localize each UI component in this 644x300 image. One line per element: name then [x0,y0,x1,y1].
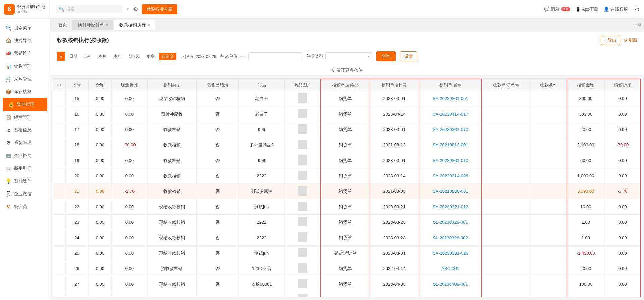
product-thumbnail [298,186,307,196]
th-doc-no: 核销单据号 [419,79,482,91]
doc-no-link[interactable]: SL-20230408-001 [433,282,468,287]
sidebar-item-search[interactable]: 🔍 搜索菜单 [0,22,50,34]
filter-from-unit: 往来单位 ··· [220,52,302,60]
maximize-icon[interactable]: ⧉ [638,22,641,28]
row-cash-discount: 0.00 [112,246,148,261]
row-doc-no[interactable]: SA-20230321-012 [419,199,482,215]
doc-no-link[interactable]: ABC-001 [441,266,459,271]
sidebar-item-finance[interactable]: 💰 资金管理 [3,98,47,111]
doc-no-link[interactable]: SA-20230331-026 [433,251,468,256]
tab-close-icon[interactable]: × [106,23,108,27]
sidebar-item-corp[interactable]: 🏢 企业协同 [0,149,50,162]
doc-no-link[interactable]: SA-20210813-001 [433,142,468,147]
filter-from-unit-input[interactable] [248,52,302,60]
refresh-button[interactable]: ↺ 刷新 [624,37,637,43]
doc-no-link[interactable]: SA-20230321-012 [433,204,468,209]
doc-no-link[interactable]: SL-20230418-001 [433,297,468,297]
row-doc-no[interactable]: SL-20230418-001 [419,292,482,298]
doc-no-link[interactable]: SA-20230314-008 [433,173,468,178]
row-doc-date: 2023-03-01 [370,91,419,106]
doc-no-link[interactable]: SA-20230301-010 [433,127,468,132]
row-condition [531,184,567,199]
row-doc-no[interactable]: SA-20230301-001 [419,91,482,106]
sidebar-item-operation[interactable]: 📋 经营管理 [0,111,50,124]
doc-no-link[interactable]: SL-20230328-002 [433,235,468,240]
export-button[interactable]: ↑ 导出 [601,36,621,45]
row-doc-no[interactable]: SL-20230408-001 [419,276,482,292]
expand-more-button[interactable]: ∨ 展开更多条件 [332,67,363,73]
doc-no-link[interactable]: SL-20230328-001 [433,220,468,225]
row-checkbox-cell [53,199,65,215]
industry-solution-button[interactable]: 休验行业方案 [142,4,177,14]
sidebar-item-inventory[interactable]: 📦 库存核算 [0,85,50,98]
sidebar-item-system[interactable]: ⚙ 系统管理 [0,136,50,149]
row-doc-no[interactable]: ABC-001 [419,261,482,276]
filter-date-more[interactable]: 更多 [144,53,158,60]
topbar-search-box[interactable]: 🔍 搜索 [56,5,123,13]
filter-date-this-year[interactable]: 本年 [111,53,125,60]
filter-date-last-month[interactable]: 上月 [80,53,94,60]
query-button[interactable]: 查询 [376,51,396,61]
row-goods: 999 [238,122,284,137]
row-checkbox-cell [53,184,65,199]
row-condition [531,276,567,292]
tab-close-icon[interactable]: × [148,23,150,27]
row-balance: 0.00 [89,276,112,292]
row-doc-no[interactable]: SA-20210813-001 [419,137,482,153]
row-doc-no[interactable]: SA-20230331-026 [419,246,482,261]
filter-date-this-month[interactable]: 本月 [95,53,109,60]
filter-receipt-type-select[interactable] [325,52,372,60]
sidebar-item-sales[interactable]: 📊 销售管理 [0,60,50,73]
row-balance: 0.00 [89,246,112,261]
doc-no-link[interactable]: SA-20210808-001 [433,189,468,194]
tab-home[interactable]: 首页 [53,20,72,30]
user-avatar[interactable]: Rit [633,7,639,12]
message-icon-btn[interactable]: 💬 消息 99+ [544,6,570,12]
sidebar-item-basic[interactable]: 🗂 基础信息 [0,124,50,136]
online-service-btn[interactable]: 👤 在线客服 [604,6,628,12]
filter-receipt-type: 单据类型 ▾ [306,52,372,60]
row-doc-no[interactable]: SA-20230414-017 [419,106,482,122]
app-logo: 6 畅捷通谱好生意 标准版 [0,0,50,19]
row-doc-no[interactable]: SA-20230301-010 [419,122,482,137]
doc-no-link[interactable]: SA-20230301-001 [433,96,468,101]
sidebar-item-guide[interactable]: 📖 新手引导 [0,162,50,175]
row-write-off-type: 现结收款核销 [148,91,196,106]
row-condition [531,153,567,168]
tab-advance-payment[interactable]: 预付冲应付单 × [72,20,113,30]
close-window-icon[interactable]: × [633,22,636,27]
sidebar-item-member[interactable]: V 畅会员 [0,200,50,213]
row-doc-no[interactable]: SL-20230328-002 [419,230,482,246]
row-doc-no[interactable]: SL-20230328-001 [419,215,482,230]
sidebar-item-marketing[interactable]: 📣 营销推广 [0,47,50,60]
row-doc-type: 销货单 [321,91,370,106]
topbar-dropdown[interactable]: ▾ [127,7,129,12]
filter-date-7days[interactable]: 近7天 [126,53,143,60]
doc-no-link[interactable]: SA-20230301-010 [433,158,468,163]
settings-button[interactable]: 设置 [400,51,417,61]
row-checkbox-cell [53,261,65,276]
settings-gear-icon[interactable]: ⚙ [133,6,138,12]
app-download-btn[interactable]: 📱 App下载 [575,6,598,12]
th-order-no: 收款单订单号 [482,79,531,91]
row-order-no [482,292,531,298]
filter-expand-button[interactable]: » [57,52,65,61]
row-included: 否 [196,91,238,106]
th-doc-type: 核销单据类型 [321,79,370,91]
sidebar-item-quick[interactable]: 🏠 快捷导航 [0,34,50,47]
row-doc-no[interactable]: SA-20230301-010 [419,153,482,168]
row-doc-type: 销货单 [321,292,370,298]
doc-no-link[interactable]: SA-20230414-017 [433,112,468,117]
tab-collection-write-off[interactable]: 收款核销执行 × [114,20,155,30]
sidebar-item-wechat[interactable]: 💬 企业微信 [0,187,50,200]
row-doc-no[interactable]: SA-20230314-008 [419,168,482,184]
row-discount: 0.00 [604,292,641,298]
col-settings-icon[interactable]: ⚙ [57,82,61,88]
filter-date-custom[interactable]: 自定义 [159,53,176,60]
row-doc-no[interactable]: SA-20210808-001 [419,184,482,199]
product-thumbnail [298,294,307,297]
table-row: 220.000.00现结收款核销否测试jun销货单2023-03-21SA-20… [53,199,641,215]
row-cash-discount: 0.00 [112,230,148,246]
sidebar-item-purchase[interactable]: 🛒 采购管理 [0,73,50,85]
sidebar-item-hardware[interactable]: 💡 智能硬件 [0,175,50,187]
